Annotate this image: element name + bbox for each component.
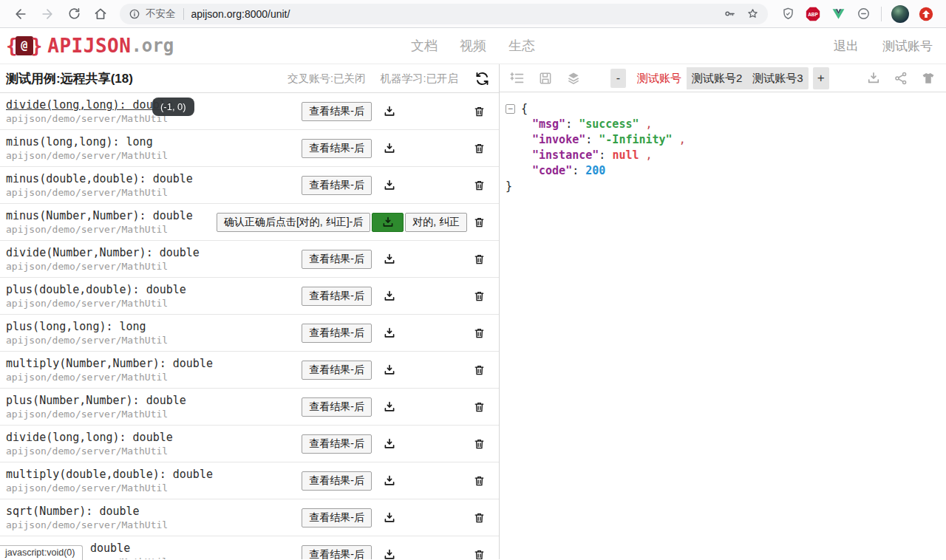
- method-signature[interactable]: double: [90, 542, 168, 555]
- cross-account-status[interactable]: 交叉账号:已关闭: [287, 72, 366, 86]
- security-label[interactable]: 不安全: [146, 7, 176, 21]
- trash-icon[interactable]: [473, 327, 486, 340]
- shield-extension-icon[interactable]: [779, 5, 797, 23]
- trash-icon[interactable]: [473, 216, 486, 229]
- view-result-button[interactable]: 查看结果-后: [302, 324, 372, 343]
- test-case-row[interactable]: minus(Number,Number): doubleapijson/demo…: [0, 204, 499, 241]
- view-result-button[interactable]: 查看结果-后: [302, 397, 372, 417]
- view-result-button[interactable]: 查看结果-后: [302, 176, 372, 195]
- back-icon[interactable]: [12, 5, 30, 23]
- download-icon[interactable]: [383, 400, 396, 414]
- method-signature[interactable]: minus(Number,Number): double: [6, 209, 193, 222]
- view-result-button[interactable]: 查看结果-后: [302, 139, 372, 158]
- trash-icon[interactable]: [473, 105, 486, 118]
- trash-icon[interactable]: [473, 142, 486, 155]
- forward-icon[interactable]: [38, 5, 56, 23]
- download-icon[interactable]: [383, 363, 396, 377]
- test-case-row[interactable]: minus(double,double): doubleapijson/demo…: [0, 167, 499, 204]
- test-case-row[interactable]: divide(long,long): doubleapijson/demo/se…: [0, 93, 499, 130]
- view-result-button[interactable]: 查看结果-后: [302, 471, 372, 491]
- download-icon[interactable]: [383, 437, 396, 451]
- view-result-button[interactable]: 查看结果-后: [302, 545, 372, 560]
- download-icon[interactable]: [383, 105, 396, 118]
- download-icon[interactable]: [383, 327, 396, 340]
- test-case-row[interactable]: multiply(Number,Number): doubleapijson/d…: [0, 352, 499, 389]
- download-icon[interactable]: [383, 511, 396, 525]
- test-case-row[interactable]: divide(long,long): doubleapijson/demo/se…: [0, 426, 499, 462]
- trash-icon[interactable]: [473, 363, 486, 377]
- method-signature[interactable]: multiply(Number,Number): double: [6, 357, 213, 370]
- method-signature[interactable]: minus(long,long): long: [6, 135, 168, 148]
- update-icon[interactable]: [917, 5, 935, 23]
- account-tab-0[interactable]: 测试账号: [632, 67, 687, 89]
- test-case-row[interactable]: plus(double,double): doubleapijson/demo/…: [0, 278, 499, 315]
- view-result-button[interactable]: 查看结果-后: [302, 102, 372, 121]
- reload-icon[interactable]: [65, 5, 83, 23]
- trash-icon[interactable]: [473, 437, 486, 451]
- url-bar[interactable]: 不安全 apijson.org:8000/unit/: [120, 4, 768, 24]
- view-result-button[interactable]: 查看结果-后: [302, 434, 372, 454]
- trash-icon[interactable]: [473, 290, 486, 303]
- trash-icon[interactable]: [473, 548, 486, 560]
- home-icon[interactable]: [92, 5, 109, 23]
- download-icon[interactable]: [383, 290, 396, 303]
- add-tab-button[interactable]: +: [813, 67, 829, 89]
- test-case-row[interactable]: plus(Number,Number): doubleapijson/demo/…: [0, 389, 499, 426]
- method-signature[interactable]: divide(long,long): double: [6, 431, 173, 444]
- remove-tab-button[interactable]: -: [610, 69, 626, 88]
- account-tab-2[interactable]: 测试账号3: [747, 67, 808, 89]
- test-case-row[interactable]: divide(Number,Number): doubleapijson/dem…: [0, 241, 499, 278]
- account-link[interactable]: 测试账号: [882, 38, 933, 55]
- trash-icon[interactable]: [473, 474, 486, 488]
- profile-avatar[interactable]: [891, 5, 909, 23]
- download-icon[interactable]: [866, 71, 881, 86]
- download-icon[interactable]: [383, 548, 396, 560]
- view-result-button[interactable]: 查看结果-后: [302, 287, 372, 306]
- test-case-row[interactable]: sqrt(Number): doubleapijson/demo/server/…: [0, 499, 499, 536]
- view-result-button[interactable]: 查看结果-后: [302, 508, 372, 527]
- collapse-icon[interactable]: −: [506, 104, 515, 114]
- download-icon[interactable]: [383, 474, 396, 488]
- trash-icon[interactable]: [473, 253, 486, 266]
- nav-link-1[interactable]: 视频: [460, 37, 486, 55]
- method-signature[interactable]: minus(double,double): double: [6, 172, 193, 185]
- download-icon[interactable]: [383, 142, 396, 155]
- machine-learning-status[interactable]: 机器学习:已开启: [380, 72, 458, 86]
- method-signature[interactable]: plus(Number,Number): double: [6, 394, 186, 407]
- view-result-button[interactable]: 查看结果-后: [302, 361, 372, 380]
- test-case-row[interactable]: minus(long,long): longapijson/demo/serve…: [0, 130, 499, 167]
- vue-extension-icon[interactable]: [829, 5, 847, 23]
- abp-extension-icon[interactable]: ABP: [804, 5, 822, 23]
- download-icon[interactable]: [383, 253, 396, 266]
- logout-link[interactable]: 退出: [834, 38, 859, 55]
- layers-icon[interactable]: [566, 71, 581, 86]
- key-icon[interactable]: [724, 7, 736, 20]
- circle-extension-icon[interactable]: [854, 5, 872, 23]
- method-signature[interactable]: divide(Number,Number): double: [6, 246, 200, 259]
- confirm-hint-button[interactable]: 确认正确后点击[对的, 纠正]-后: [217, 213, 370, 232]
- bookmark-star-icon[interactable]: [746, 7, 759, 20]
- confirm-download-button[interactable]: [372, 213, 404, 232]
- method-signature[interactable]: divide(long,long): double: [6, 98, 173, 112]
- tshirt-icon[interactable]: [921, 71, 936, 86]
- view-result-button[interactable]: 查看结果-后: [302, 250, 372, 269]
- url-text[interactable]: apijson.org:8000/unit/: [191, 8, 290, 20]
- share-icon[interactable]: [894, 71, 908, 86]
- trash-icon[interactable]: [473, 179, 486, 192]
- test-case-row[interactable]: plus(long,long): longapijson/demo/server…: [0, 315, 499, 352]
- account-tab-1[interactable]: 测试账号2: [687, 67, 747, 89]
- test-list-icon[interactable]: [510, 71, 525, 86]
- apijson-logo[interactable]: { @ } APIJSON .org: [6, 35, 174, 57]
- download-icon[interactable]: [383, 179, 396, 192]
- trash-icon[interactable]: [473, 511, 486, 525]
- trash-icon[interactable]: [473, 400, 486, 414]
- method-signature[interactable]: plus(double,double): double: [6, 283, 186, 296]
- nav-link-0[interactable]: 文档: [411, 37, 438, 55]
- refresh-icon[interactable]: [474, 71, 490, 86]
- method-signature[interactable]: sqrt(Number): double: [6, 505, 168, 518]
- nav-link-2[interactable]: 生态: [508, 37, 535, 55]
- method-signature[interactable]: plus(long,long): long: [6, 320, 168, 333]
- test-case-row[interactable]: multiply(double,double): doubleapijson/d…: [0, 462, 499, 499]
- info-icon[interactable]: [129, 8, 140, 20]
- confirm-correct-button[interactable]: 对的, 纠正: [405, 213, 467, 232]
